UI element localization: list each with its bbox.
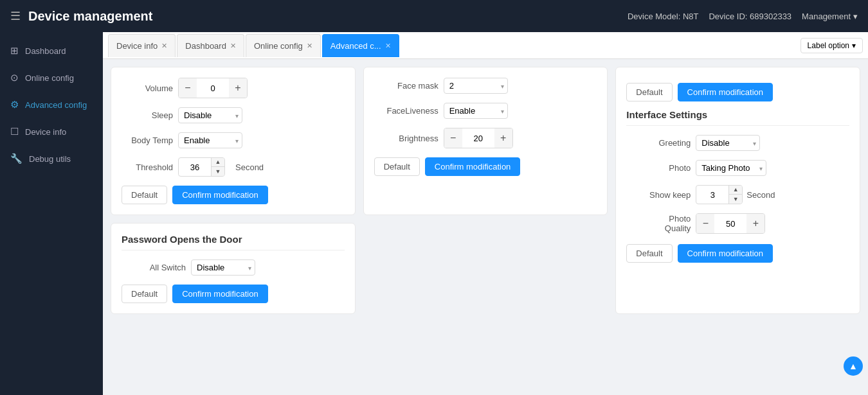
password-default-button[interactable]: Default — [122, 285, 167, 303]
face-mask-label: Face mask — [374, 81, 439, 91]
password-card-title: Password Opens the Door — [122, 234, 345, 250]
sidebar-item-debug-utils[interactable]: 🔧 Debug utils — [0, 145, 103, 172]
interface-top-default-button[interactable]: Default — [626, 83, 672, 101]
device-model-label: Device Model: N8T — [628, 12, 699, 21]
brightness-input[interactable]: − + — [444, 128, 513, 148]
photo-select-wrapper: Taking Photo None ▾ — [696, 160, 766, 176]
password-confirm-button[interactable]: Confirm modification — [172, 285, 268, 303]
greeting-row: Greeting Disable Enable ▾ — [626, 135, 849, 151]
brightness-decrement-button[interactable]: − — [444, 128, 462, 148]
sidebar-item-device-info[interactable]: ☐ Device info — [0, 118, 103, 145]
sidebar-item-online-config[interactable]: ⊙ Online config — [0, 64, 103, 91]
face-settings-confirm-button[interactable]: Confirm modification — [425, 157, 521, 176]
tab-device-info[interactable]: Device info ✕ — [108, 34, 176, 57]
volume-increment-button[interactable]: + — [229, 78, 247, 98]
threshold-increment-button[interactable]: ▲ — [212, 158, 224, 167]
volume-label: Volume — [122, 83, 173, 93]
body-temp-default-button[interactable]: Default — [122, 186, 167, 204]
menu-icon[interactable]: ☰ — [10, 9, 21, 23]
header-right: Device Model: N8T Device ID: 689302333 M… — [628, 12, 858, 21]
interface-default-button[interactable]: Default — [626, 244, 672, 263]
threshold-value-field[interactable] — [179, 160, 211, 175]
all-switch-select[interactable]: Disable Enable — [191, 259, 255, 276]
show-keep-spinner: ▲ ▼ — [728, 186, 742, 204]
show-keep-label: Show keep — [626, 190, 691, 200]
show-keep-value-field[interactable] — [696, 188, 728, 202]
management-chevron-icon: ▾ — [853, 12, 858, 21]
face-settings-default-button[interactable]: Default — [374, 157, 420, 176]
content-area: Volume − + Sleep Disable Enable — [103, 59, 868, 395]
sidebar-item-dashboard[interactable]: ⊞ Dashboard — [0, 37, 103, 64]
volume-decrement-button[interactable]: − — [179, 78, 197, 98]
sleep-select-wrapper: Disable Enable ▾ — [178, 107, 242, 123]
photo-quality-increment-button[interactable]: + — [746, 214, 764, 233]
advanced-config-icon: ⚙ — [10, 99, 19, 110]
sidebar-label-online-config: Online config — [25, 73, 74, 83]
main-panel: Device info ✕ Dashboard ✕ Online config … — [103, 32, 868, 395]
sidebar-item-advanced-config[interactable]: ⚙ Advanced config — [0, 91, 103, 118]
photo-quality-decrement-button[interactable]: − — [696, 214, 714, 233]
body-temp-btn-row: Default Confirm modification — [122, 186, 345, 204]
online-config-icon: ⊙ — [10, 72, 19, 83]
tab-advanced-close[interactable]: ✕ — [385, 42, 391, 50]
threshold-spinner: ▲ ▼ — [211, 158, 224, 176]
show-keep-input[interactable]: ▲ ▼ — [696, 185, 743, 204]
face-liveness-label: FaceLiveness — [374, 106, 439, 116]
tab-online-config-close[interactable]: ✕ — [307, 42, 312, 50]
face-liveness-select-wrapper: Enable Disable ▾ — [444, 103, 508, 119]
threshold-row: Threshold ▲ ▼ Second — [122, 157, 345, 177]
sidebar-label-debug-utils: Debug utils — [29, 154, 71, 164]
tab-dashboard-close[interactable]: ✕ — [230, 42, 236, 50]
sleep-row: Sleep Disable Enable ▾ — [122, 107, 345, 123]
photo-quality-row: Photo Quality − + — [626, 213, 849, 234]
scroll-to-top-button[interactable]: ▲ — [844, 356, 863, 376]
body-temp-select[interactable]: Enable Disable — [178, 132, 242, 148]
face-liveness-select[interactable]: Enable Disable — [444, 103, 508, 119]
interface-top-confirm-button[interactable]: Confirm modification — [678, 83, 773, 101]
tab-advanced[interactable]: Advanced c... ✕ — [322, 34, 399, 57]
show-keep-second-label: Second — [746, 190, 775, 200]
dashboard-icon: ⊞ — [10, 45, 19, 57]
all-switch-select-wrapper: Disable Enable ▾ — [191, 259, 255, 276]
show-keep-decrement-button[interactable]: ▼ — [729, 195, 742, 204]
label-option-button[interactable]: Label option ▾ — [800, 38, 863, 53]
password-btn-row: Default Confirm modification — [122, 285, 345, 303]
interface-top-btn-row: Default Confirm modification — [626, 83, 849, 101]
face-mask-select[interactable]: 1 2 3 — [444, 78, 508, 94]
tabs-bar: Device info ✕ Dashboard ✕ Online config … — [103, 32, 868, 59]
face-settings-card: Face mask 1 2 3 ▾ FaceLiveness — [363, 67, 608, 215]
sleep-select[interactable]: Disable Enable — [178, 107, 242, 123]
all-switch-row: All Switch Disable Enable ▾ — [122, 259, 345, 276]
brightness-value-field[interactable] — [462, 131, 494, 146]
password-card: Password Opens the Door All Switch Disab… — [111, 223, 356, 314]
threshold-label: Threshold — [122, 162, 173, 172]
show-keep-increment-button[interactable]: ▲ — [729, 186, 742, 195]
threshold-input[interactable]: ▲ ▼ — [178, 157, 225, 177]
debug-utils-icon: 🔧 — [10, 153, 23, 164]
volume-input[interactable]: − + — [178, 78, 248, 98]
management-label: Management — [802, 12, 851, 21]
tab-dashboard[interactable]: Dashboard ✕ — [177, 34, 244, 57]
brightness-label: Brightness — [374, 134, 439, 143]
body-temp-row: Body Temp Enable Disable ▾ — [122, 132, 345, 148]
app-title: Device management — [28, 9, 620, 24]
tab-online-config-label: Online config — [254, 41, 303, 51]
volume-value-field[interactable] — [197, 81, 229, 96]
body-temp-label: Body Temp — [122, 136, 173, 145]
tab-online-config[interactable]: Online config ✕ — [246, 34, 321, 57]
body-temp-card: Volume − + Sleep Disable Enable — [111, 67, 356, 215]
greeting-select[interactable]: Disable Enable — [696, 135, 760, 151]
tab-device-info-close[interactable]: ✕ — [161, 42, 167, 50]
sidebar-label-advanced-config: Advanced config — [25, 100, 87, 110]
management-dropdown[interactable]: Management ▾ — [802, 12, 858, 21]
photo-quality-value-field[interactable] — [714, 216, 746, 231]
photo-select[interactable]: Taking Photo None — [696, 160, 766, 176]
body-temp-confirm-button[interactable]: Confirm modification — [172, 186, 268, 204]
photo-quality-input[interactable]: − + — [696, 213, 765, 234]
threshold-decrement-button[interactable]: ▼ — [212, 167, 224, 176]
quality-sublabel: Quality — [665, 224, 691, 233]
interface-confirm-button[interactable]: Confirm modification — [678, 244, 773, 263]
photo-row: Photo Taking Photo None ▾ — [626, 160, 849, 176]
greeting-label: Greeting — [626, 138, 691, 148]
brightness-increment-button[interactable]: + — [494, 128, 512, 148]
